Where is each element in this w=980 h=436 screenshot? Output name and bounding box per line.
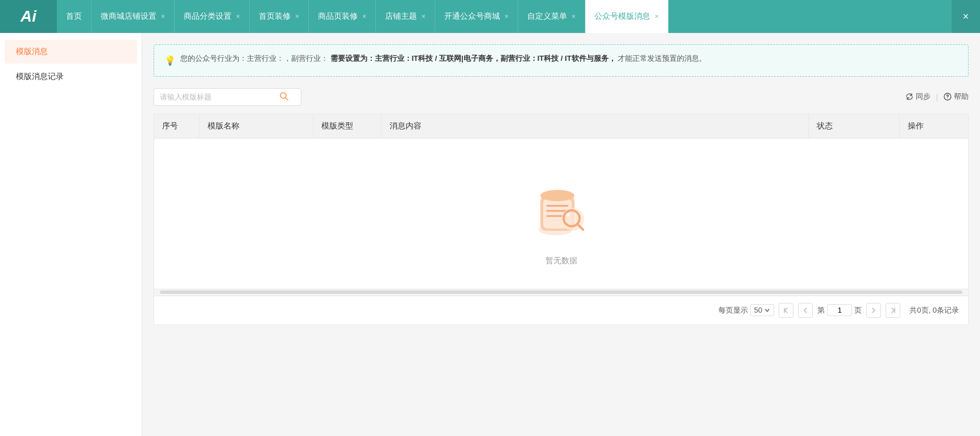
logo: Ai (0, 0, 57, 33)
sync-icon (905, 93, 913, 101)
search-input-wrap[interactable] (154, 88, 301, 106)
tab-menu[interactable]: 自定义菜单 × (518, 0, 585, 33)
svg-line-1 (286, 98, 288, 100)
tab-menu-label: 自定义菜单 (527, 11, 567, 22)
tab-menu-close[interactable]: × (572, 13, 576, 20)
toolbar-right: 同步 | 帮助 (905, 92, 969, 102)
th-index: 序号 (154, 114, 200, 138)
tab-wsc-label: 微商城店铺设置 (101, 11, 156, 22)
scrollbar-track[interactable] (160, 290, 962, 294)
top-nav: Ai 首页 微商城店铺设置 × 商品分类设置 × 首页装修 × 商品页装修 × … (0, 0, 980, 33)
tab-theme[interactable]: 店铺主题 × (376, 0, 435, 33)
prev-page-button[interactable] (798, 303, 813, 318)
sync-button[interactable]: 同步 (905, 92, 931, 102)
close-all-button[interactable]: × (952, 0, 980, 33)
toolbar-divider: | (936, 93, 938, 101)
th-status: 状态 (809, 114, 900, 138)
sidebar-item-template-record[interactable]: 模版消息记录 (5, 65, 137, 89)
last-page-icon (890, 307, 896, 314)
search-row: 同步 | 帮助 (154, 88, 969, 106)
tab-template-close[interactable]: × (655, 13, 659, 20)
tab-wechat[interactable]: 开通公众号商城 × (435, 0, 518, 33)
help-label: 帮助 (954, 92, 969, 102)
search-input[interactable] (160, 89, 279, 105)
notice-prefix: 您的公众号行业为：主营行业：，副营行业： (180, 54, 328, 63)
tab-wsc[interactable]: 微商城店铺设置 × (92, 0, 175, 33)
tab-product[interactable]: 商品页装修 × (309, 0, 376, 33)
first-page-button[interactable] (779, 303, 793, 318)
notice-box: 💡 您的公众号行业为：主营行业：，副营行业： 需要设置为：主营行业：IT科技 /… (154, 44, 969, 77)
page-size-selector[interactable]: 50 (750, 304, 774, 316)
page-label-before: 第 (817, 305, 825, 315)
last-page-button[interactable] (886, 303, 900, 318)
tab-category[interactable]: 商品分类设置 × (175, 0, 250, 33)
content-area: 💡 您的公众号行业为：主营行业：，副营行业： 需要设置为：主营行业：IT科技 /… (142, 33, 980, 436)
tab-product-label: 商品页装修 (318, 11, 358, 22)
th-name: 模版名称 (200, 114, 313, 138)
notice-text: 您的公众号行业为：主营行业：，副营行业： 需要设置为：主营行业：IT科技 / 互… (180, 53, 706, 65)
sidebar-item-template-record-label: 模版消息记录 (16, 72, 64, 81)
th-content: 消息内容 (382, 114, 809, 138)
tab-wsc-close[interactable]: × (161, 13, 165, 20)
sidebar-item-template-msg-label: 模版消息 (16, 47, 48, 56)
next-page-icon (870, 307, 877, 314)
main-layout: 模版消息 模版消息记录 💡 您的公众号行业为：主营行业：，副营行业： 需要设置为… (0, 33, 980, 436)
page-label-after: 页 (854, 305, 862, 315)
total-info: 共0页, 0条记录 (909, 305, 959, 315)
th-action: 操作 (900, 114, 968, 138)
tab-wechat-label: 开通公众号商城 (444, 11, 500, 22)
empty-state: 暂无数据 (154, 139, 968, 289)
search-button[interactable] (279, 92, 288, 102)
first-page-icon (783, 307, 789, 314)
help-icon (944, 93, 952, 101)
svg-point-7 (540, 190, 574, 201)
svg-point-14 (567, 213, 570, 217)
tab-homepage-label: 首页装修 (259, 11, 291, 22)
empty-text: 暂无数据 (545, 256, 577, 266)
tab-template[interactable]: 公众号模版消息 × (585, 0, 668, 33)
data-table: 序号 模版名称 模版类型 消息内容 状态 操作 (154, 114, 969, 325)
notice-suffix: 才能正常发送预置的消息。 (618, 54, 706, 63)
notice-icon: 💡 (164, 53, 176, 68)
chevron-down-icon (764, 308, 770, 313)
tab-template-label: 公众号模版消息 (594, 11, 650, 22)
tab-home[interactable]: 首页 (57, 0, 92, 33)
page-size-select: 每页显示 50 (718, 304, 774, 316)
page-input-wrap: 第 1 页 (817, 304, 862, 316)
sync-label: 同步 (916, 92, 931, 102)
help-button[interactable]: 帮助 (944, 92, 969, 102)
th-type: 模版类型 (313, 114, 382, 138)
notice-highlight: 需要设置为：主营行业：IT科技 / 互联网|电子商务，副营行业：IT科技 / I… (330, 54, 616, 63)
tab-wechat-close[interactable]: × (505, 13, 508, 20)
table-header: 序号 模版名称 模版类型 消息内容 状态 操作 (154, 114, 968, 139)
tab-theme-label: 店铺主题 (385, 11, 417, 22)
page-size-value: 50 (754, 306, 762, 314)
close-all-icon: × (963, 11, 969, 23)
sidebar-item-template-msg[interactable]: 模版消息 (5, 40, 137, 64)
tab-category-close[interactable]: × (236, 13, 240, 20)
tab-category-label: 商品分类设置 (184, 11, 231, 22)
logo-text: Ai (20, 7, 36, 26)
pagination-row: 每页显示 50 (154, 296, 968, 325)
tab-theme-close[interactable]: × (421, 13, 425, 20)
page-number-input[interactable]: 1 (827, 304, 852, 316)
tab-homepage-close[interactable]: × (295, 13, 299, 20)
svg-point-3 (947, 98, 948, 98)
page-size-label: 每页显示 (718, 305, 748, 315)
tab-home-label: 首页 (66, 11, 82, 22)
nav-tabs: 首页 微商城店铺设置 × 商品分类设置 × 首页装修 × 商品页装修 × 店铺主… (57, 0, 952, 33)
tab-product-close[interactable]: × (362, 13, 366, 20)
next-page-button[interactable] (866, 303, 881, 318)
tab-homepage[interactable]: 首页装修 × (250, 0, 309, 33)
empty-illustration (524, 173, 598, 247)
scrollbar-area (154, 289, 968, 296)
prev-page-icon (802, 307, 809, 314)
sidebar: 模版消息 模版消息记录 (0, 33, 142, 436)
